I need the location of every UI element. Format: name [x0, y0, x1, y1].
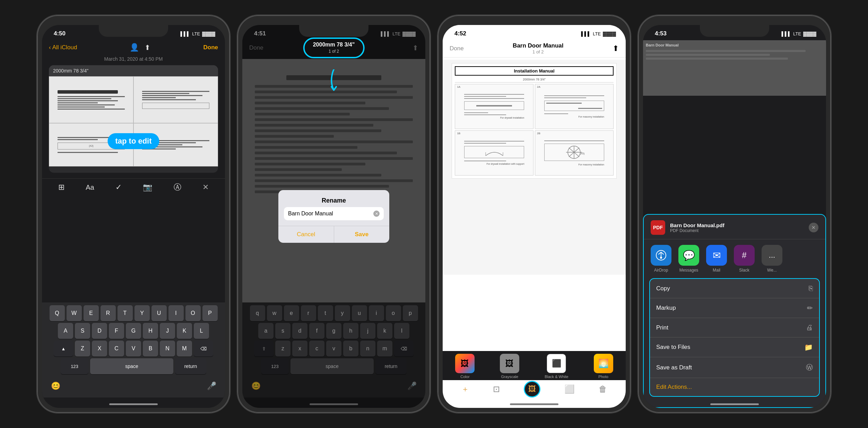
text-icon[interactable]: Aa [86, 183, 94, 191]
key-p[interactable]: P [202, 305, 218, 321]
action-save-draft[interactable]: Save as Draft Ⓦ [650, 357, 819, 378]
share-app-airdrop[interactable]: AirDrop [651, 245, 671, 273]
key-q[interactable]: Q [50, 305, 65, 321]
key-e[interactable]: E [84, 305, 99, 321]
filter-color-icon: 🖼 [455, 354, 475, 373]
key-delete[interactable]: ⌫ [194, 341, 213, 357]
key-d[interactable]: D [92, 323, 107, 339]
key-y[interactable]: Y [134, 305, 150, 321]
share-app-other[interactable]: ... We... [762, 245, 782, 273]
filter-bar: 🖼 Color 🖼 Grayscale ⬛ Black & White [443, 351, 626, 380]
pdf-icon: PDF [651, 220, 665, 235]
tap-to-edit-badge[interactable]: tap to edit [107, 133, 159, 149]
filter-photo-label: Photo [598, 375, 608, 379]
key-z[interactable]: Z [75, 341, 90, 357]
key-w[interactable]: W [67, 305, 82, 321]
close-icon[interactable]: ✕ [202, 183, 209, 192]
date-label-1: March 31, 2020 at 4:50 PM [49, 56, 218, 62]
filter-grayscale[interactable]: 🖼 Grayscale [500, 354, 519, 379]
key-u[interactable]: U [151, 305, 167, 321]
share-icon[interactable]: ⬆ [145, 43, 150, 52]
mail-label: Mail [713, 268, 720, 273]
share-filename: Barn Door Manual.pdf [670, 222, 804, 228]
share-app-mail[interactable]: ✉ Mail [706, 245, 727, 273]
key-m[interactable]: M [177, 341, 192, 357]
filter-bw[interactable]: ⬛ Black & White [545, 354, 568, 379]
profile-icon[interactable]: 👤 [130, 43, 139, 52]
svg-point-13 [660, 257, 662, 259]
filter-grayscale-label: Grayscale [501, 375, 519, 379]
key-x[interactable]: X [92, 341, 107, 357]
share-app-slack[interactable]: # Slack [734, 245, 755, 273]
camera-icon[interactable]: 📷 [143, 183, 152, 192]
key-c[interactable]: C [109, 341, 124, 357]
rename-input[interactable]: Barn Door Manual [288, 211, 371, 217]
key-s[interactable]: S [75, 323, 90, 339]
clear-input-button[interactable]: ✕ [373, 211, 380, 217]
key-v[interactable]: V [126, 341, 141, 357]
key-t[interactable]: T [118, 305, 133, 321]
action-markup[interactable]: Markup ✏ [650, 298, 819, 318]
key-i[interactable]: I [168, 305, 184, 321]
share-button-3[interactable]: ⬆ [613, 44, 619, 53]
rename-input-wrap[interactable]: Barn Door Manual ✕ [284, 207, 384, 220]
status-icons-1: ▌▌▌ LTE ▓▓▓▓ [181, 31, 215, 36]
key-space[interactable]: space [90, 358, 173, 374]
action-print[interactable]: Print 🖨 [650, 318, 819, 337]
doc-dimension-label: 2000mm 78 3/4" [455, 78, 613, 83]
add-icon[interactable]: ＋ [461, 384, 469, 394]
key-b[interactable]: B [143, 341, 158, 357]
action-copy[interactable]: Copy ⎘ [650, 279, 819, 298]
done-button-3[interactable]: Done [450, 45, 464, 52]
action-save-draft-label: Save as Draft [656, 364, 692, 371]
markup-icon[interactable]: Ⓐ [174, 182, 181, 192]
key-g[interactable]: G [126, 323, 141, 339]
carrier-label: LTE [192, 31, 200, 36]
filter-color[interactable]: 🖼 Color [455, 354, 475, 379]
key-return[interactable]: return [175, 358, 206, 374]
share-apps-row: AirDrop 💬 Messages ✉ Mail [644, 239, 825, 278]
table-icon[interactable]: ⊞ [58, 183, 64, 192]
mic-button[interactable]: 🎤 [203, 378, 220, 394]
key-a[interactable]: A [58, 323, 73, 339]
signal-icon-4: ▌▌▌ [782, 31, 791, 36]
key-j[interactable]: J [160, 323, 175, 339]
crop-icon[interactable]: ⊡ [493, 384, 500, 394]
filter-active-icon[interactable]: 🖼 [524, 381, 540, 397]
key-h[interactable]: H [143, 323, 158, 339]
back-button-1[interactable]: ‹ All iCloud [49, 44, 77, 51]
done-button-1[interactable]: Done [203, 44, 218, 51]
frame-icon[interactable]: ⬜ [564, 384, 575, 394]
action-save-files[interactable]: Save to Files 📁 [650, 337, 819, 357]
doc-card-1[interactable]: 2000mm 78 3/4" Installation Manual [49, 65, 218, 173]
nav-icons-1: 👤 ⬆ [130, 43, 150, 52]
key-123[interactable]: 123 [61, 358, 88, 374]
key-k[interactable]: K [177, 323, 192, 339]
time-3: 4:52 [452, 30, 466, 37]
emoji-button[interactable]: 😊 [47, 378, 64, 394]
action-edit-actions[interactable]: Edit Actions... [650, 378, 819, 396]
checkmark-icon[interactable]: ✓ [115, 183, 122, 192]
share-app-messages[interactable]: 💬 Messages [678, 245, 699, 273]
filter-photo[interactable]: 🌅 Photo [594, 354, 613, 379]
draft-icon: Ⓦ [806, 363, 813, 372]
rename-cancel-button[interactable]: Cancel [278, 226, 334, 243]
slack-icon: # [734, 245, 755, 266]
print-icon: 🖨 [806, 324, 813, 332]
action-copy-label: Copy [656, 285, 670, 292]
share-close-button[interactable]: ✕ [809, 223, 818, 232]
key-o[interactable]: O [185, 305, 201, 321]
airdrop-icon [651, 245, 671, 266]
key-l[interactable]: L [194, 323, 209, 339]
key-shift[interactable]: ▲ [54, 341, 73, 357]
tooltip-subtitle: 1 of 2 [329, 49, 339, 54]
battery-icon: ▓▓▓▓ [202, 31, 215, 36]
signal-icon-3: ▌▌▌ [581, 31, 591, 36]
svg-text:(X5): (X5) [580, 152, 584, 155]
key-r[interactable]: R [101, 305, 116, 321]
key-n[interactable]: N [160, 341, 175, 357]
rename-save-button[interactable]: Save [334, 226, 390, 243]
trash-icon[interactable]: 🗑 [599, 384, 607, 394]
key-f[interactable]: F [109, 323, 124, 339]
rename-modal: Rename Barn Door Manual ✕ Cancel Save [278, 190, 389, 243]
